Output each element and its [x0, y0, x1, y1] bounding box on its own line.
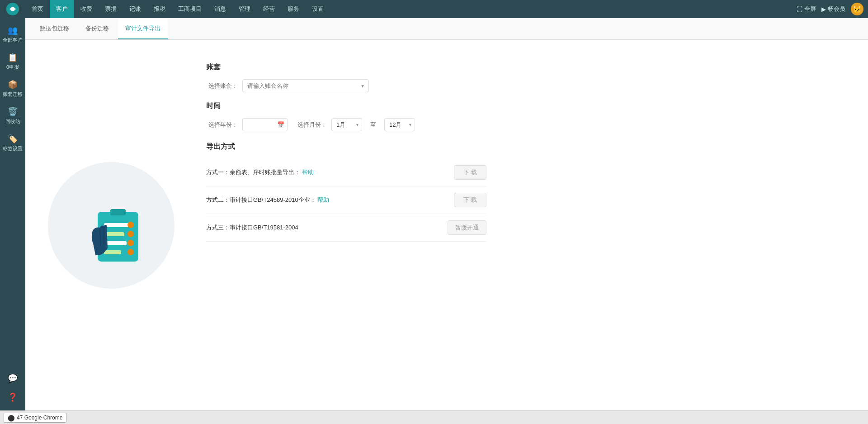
all-clients-icon: 👥 — [8, 25, 18, 35]
tab-data-migrate[interactable]: 数据包迁移 — [33, 19, 76, 39]
svg-rect-6 — [104, 250, 121, 254]
sidebar-item-all-clients[interactable]: 👥 全部客户 — [1, 22, 24, 47]
app-logo[interactable] — [5, 1, 21, 17]
tabs-bar: 数据包迁移 备份迁移 审计文件导出 — [25, 18, 868, 40]
sidebar-item-recycle[interactable]: 🗑️ 回收站 — [1, 103, 24, 129]
svg-point-8 — [127, 231, 134, 237]
calendar-icon: 📅 — [277, 121, 284, 128]
export-method-2-text: 方式二：审计接口GB/T24589-2010企业： 帮助 — [206, 196, 329, 204]
chat-icon: 💬 — [8, 373, 18, 383]
illustration-area — [34, 53, 188, 397]
account-select-input[interactable] — [247, 82, 361, 89]
page-content: 账套 选择账套： ▾ 时间 选择年份： 2023 📅 选择月份 — [25, 40, 868, 410]
export-method-2-download-button[interactable]: 下 载 — [454, 193, 486, 207]
nav-business[interactable]: 工商项目 — [172, 0, 208, 18]
chrome-icon: ⬤ — [8, 414, 15, 421]
year-input-wrapper[interactable]: 2023 📅 — [242, 118, 288, 131]
left-sidebar: 👥 全部客户 📋 0申报 📦 账套迁移 🗑️ 回收站 🏷️ 标签设置 💬 ❓ — [0, 18, 25, 410]
sidebar-item-chat[interactable]: 💬 — [1, 370, 24, 387]
year-select-label: 选择年份： — [206, 121, 238, 129]
export-method-1-download-button[interactable]: 下 载 — [454, 165, 486, 180]
recycle-icon: 🗑️ — [8, 107, 18, 117]
end-month-select[interactable]: 1月2月3月4月 5月6月7月8月 9月10月11月 12月 — [384, 118, 415, 131]
nav-fee[interactable]: 收费 — [74, 0, 99, 18]
sidebar-item-account-migrate[interactable]: 📦 账套迁移 — [1, 76, 24, 101]
svg-point-9 — [127, 240, 134, 246]
svg-point-7 — [127, 222, 134, 228]
year-input[interactable]: 2023 — [247, 121, 274, 128]
end-month-select-wrapper: 1月2月3月4月 5月6月7月8月 9月10月11月 12月 ▾ — [384, 118, 415, 131]
nav-invoice[interactable]: 票据 — [99, 0, 123, 18]
nav-tax[interactable]: 报税 — [147, 0, 172, 18]
tab-backup-migrate[interactable]: 备份迁移 — [78, 19, 116, 39]
taskbar: ⬤ 47 Google Chrome — [0, 410, 868, 424]
nav-manage[interactable]: 管理 — [232, 0, 257, 18]
export-method-3-vip-button[interactable]: 暂缓开通 — [448, 220, 486, 235]
help-icon: ❓ — [8, 392, 18, 402]
svg-rect-3 — [104, 223, 129, 227]
top-navigation: 首页 客户 收费 票据 记账 报税 工商项目 消息 管理 经营 服务 设置 ⛶ … — [0, 0, 868, 18]
nav-home[interactable]: 首页 — [25, 0, 50, 18]
tab-audit-export[interactable]: 审计文件导出 — [118, 19, 168, 39]
illustration-svg — [71, 180, 152, 271]
start-month-select[interactable]: 1月2月3月4月 5月6月7月8月 9月10月11月12月 — [331, 118, 362, 131]
nav-message[interactable]: 消息 — [208, 0, 232, 18]
export-method-row-1: 方式一：余额表、序时账批量导出： 帮助 下 载 — [206, 159, 486, 186]
export-section-title: 导出方式 — [206, 142, 486, 152]
to-separator: 至 — [367, 121, 380, 129]
nav-items: 首页 客户 收费 票据 记账 报税 工商项目 消息 管理 经营 服务 设置 — [25, 0, 797, 18]
month-select-label: 选择月份： — [297, 121, 327, 129]
nav-right-section: ⛶ 全屏 ▶ 畅会员 🐱 — [797, 3, 863, 15]
account-migrate-icon: 📦 — [8, 80, 18, 90]
content-area: 数据包迁移 备份迁移 审计文件导出 — [25, 18, 868, 410]
account-section-title: 账套 — [206, 62, 486, 72]
export-method-row-3: 方式三：审计接口GB/T19581-2004 暂缓开通 — [206, 214, 486, 242]
sidebar-item-zero-declare[interactable]: 📋 0申报 — [1, 49, 24, 74]
export-method-1-text: 方式一：余额表、序时账批量导出： 帮助 — [206, 168, 314, 176]
fullscreen-button[interactable]: ⛶ 全屏 — [797, 5, 816, 13]
export-method-1-help-link[interactable]: 帮助 — [302, 169, 314, 176]
nav-service[interactable]: 服务 — [281, 0, 306, 18]
time-section-title: 时间 — [206, 101, 486, 111]
nav-operation[interactable]: 经营 — [257, 0, 281, 18]
illustration-circle — [48, 162, 175, 289]
account-select-arrow-icon: ▾ — [361, 83, 364, 89]
fullscreen-icon: ⛶ — [797, 6, 802, 13]
user-avatar[interactable]: 🐱 — [851, 3, 863, 15]
sidebar-item-help[interactable]: ❓ — [1, 389, 24, 406]
vip-button[interactable]: ▶ 畅会员 — [821, 5, 845, 13]
sidebar-bottom: 💬 ❓ — [1, 370, 24, 410]
main-layout: 👥 全部客户 📋 0申报 📦 账套迁移 🗑️ 回收站 🏷️ 标签设置 💬 ❓ — [0, 18, 868, 410]
account-select-row: 选择账套： ▾ — [206, 79, 486, 92]
nav-settings[interactable]: 设置 — [306, 0, 330, 18]
nav-client[interactable]: 客户 — [50, 0, 74, 18]
export-method-3-text: 方式三：审计接口GB/T19581-2004 — [206, 224, 298, 232]
sidebar-item-tag-settings[interactable]: 🏷️ 标签设置 — [1, 130, 24, 156]
svg-point-1 — [11, 7, 14, 11]
svg-rect-11 — [110, 209, 126, 215]
start-month-select-wrapper: 1月2月3月4月 5月6月7月8月 9月10月11月12月 ▾ — [331, 118, 362, 131]
account-select-wrapper[interactable]: ▾ — [242, 79, 369, 92]
form-area: 账套 选择账套： ▾ 时间 选择年份： 2023 📅 选择月份 — [188, 53, 505, 397]
time-select-row: 选择年份： 2023 📅 选择月份： 1月2月3月4月 5月6月7月8月 9月1… — [206, 118, 486, 131]
export-section: 导出方式 方式一：余额表、序时账批量导出： 帮助 下 载 方式二：审计接口GB/… — [206, 142, 486, 242]
svg-point-10 — [127, 249, 134, 255]
account-select-label: 选择账套： — [206, 82, 238, 90]
vip-icon: ▶ — [821, 6, 826, 13]
tag-settings-icon: 🏷️ — [8, 134, 18, 144]
export-method-row-2: 方式二：审计接口GB/T24589-2010企业： 帮助 下 载 — [206, 186, 486, 214]
export-method-2-help-link[interactable]: 帮助 — [317, 196, 329, 203]
taskbar-chrome-item[interactable]: ⬤ 47 Google Chrome — [4, 413, 66, 423]
nav-bookkeeping[interactable]: 记账 — [123, 0, 147, 18]
zero-declare-icon: 📋 — [8, 52, 18, 62]
